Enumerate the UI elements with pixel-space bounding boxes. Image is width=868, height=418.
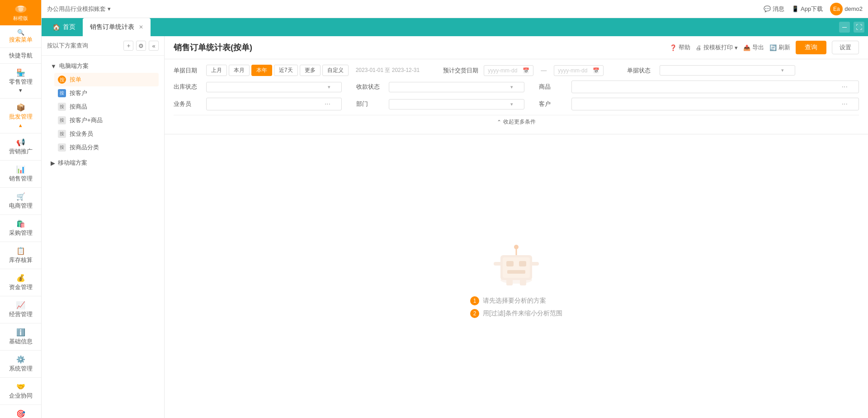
tree-item-by-salesperson[interactable]: 按 按业务员 xyxy=(54,127,159,141)
user-name: demo2 xyxy=(844,5,863,12)
user-info[interactable]: Ea demo2 xyxy=(830,3,863,15)
tab-home-label: 首页 xyxy=(63,23,75,31)
sidebar-item-inventory[interactable]: 📋 库存核算 xyxy=(0,242,41,269)
date-more-btn[interactable]: 更多 xyxy=(300,65,321,76)
customer-label: 客户 xyxy=(539,100,566,108)
salesperson-select[interactable]: ··· xyxy=(206,98,342,110)
customer-more-btn[interactable]: ··· xyxy=(842,100,848,108)
tree-mobile-section[interactable]: ▶ 移动端方案 xyxy=(47,156,159,170)
tree-item-by-category[interactable]: 按 按商品分类 xyxy=(54,141,159,154)
marketing-label: 营销推广 xyxy=(9,147,33,156)
search-icon: 🔍 xyxy=(2,29,39,36)
collapse-panel-btn[interactable]: « xyxy=(149,41,159,51)
marketing-icon: 📢 xyxy=(16,138,25,147)
left-panel-header: 按以下方案查询 ＋ ⚙ « xyxy=(42,36,164,56)
left-panel-title: 按以下方案查询 xyxy=(47,42,120,50)
by-customer-product-icon: 按 xyxy=(58,116,66,124)
expected-date-end-placeholder: yyyy-mm-dd xyxy=(558,67,587,74)
sidebar-item-enterprise[interactable]: 🤝 企业协同 xyxy=(0,378,41,405)
settings-scheme-btn[interactable]: ⚙ xyxy=(136,41,146,51)
sidebar-item-finance[interactable]: 💰 资金管理 xyxy=(0,269,41,296)
expected-date-label: 预计交货日期 xyxy=(443,66,478,75)
expected-date-end[interactable]: yyyy-mm-dd 📅 xyxy=(554,65,604,76)
operation-icon: 📈 xyxy=(16,301,25,309)
sidebar-item-purchase[interactable]: 🛍️ 采购管理 xyxy=(0,215,41,242)
sidebar: 标橙版 🔍 搜索菜单 快捷导航 🏪 零售管理 ▾ 📦 批发管理 ▴ 📢 营销推广… xyxy=(0,0,42,418)
sidebar-item-retail[interactable]: 🏪 零售管理 ▾ xyxy=(0,64,41,99)
add-scheme-btn[interactable]: ＋ xyxy=(123,41,133,51)
settings-btn[interactable]: 设置 xyxy=(832,41,859,54)
sidebar-item-wholesale[interactable]: 📦 批发管理 ▴ xyxy=(0,99,41,133)
avatar: Ea xyxy=(830,3,843,15)
finance-icon: 💰 xyxy=(16,274,25,282)
tab-home[interactable]: 🏠 首页 xyxy=(45,18,83,36)
sidebar-item-newbie[interactable]: 🎯 新手引导 xyxy=(0,405,41,418)
department-select[interactable]: ▾ xyxy=(389,99,524,109)
enterprise-icon: 🤝 xyxy=(16,382,25,391)
right-main: 销售订单统计表(按单) ❓ 帮助 🖨 按模板打印 ▾ 📤 导出 xyxy=(165,36,868,418)
date-custom-btn[interactable]: 自定义 xyxy=(322,65,349,76)
svg-rect-5 xyxy=(506,261,514,266)
ship-select-arrow: ▾ xyxy=(328,84,330,90)
sidebar-item-operation[interactable]: 📈 经营管理 xyxy=(0,296,41,323)
collapse-filter-btn[interactable]: ⌃ 收起更多条件 xyxy=(174,115,859,128)
tab-sales-stat[interactable]: 销售订单统计表 ✕ xyxy=(83,18,151,36)
sidebar-item-basic[interactable]: ℹ️ 基础信息 xyxy=(0,323,41,351)
sidebar-item-search[interactable]: 🔍 搜索菜单 xyxy=(0,25,41,48)
inventory-icon: 📋 xyxy=(16,247,25,255)
system-label: 系统管理 xyxy=(9,365,33,373)
expected-date-start[interactable]: yyyy-mm-dd 📅 xyxy=(484,65,533,76)
salesperson-label: 业务员 xyxy=(174,100,201,108)
salesperson-more-btn[interactable]: ··· xyxy=(325,100,330,108)
maximize-btn[interactable]: ⛶ xyxy=(854,22,864,33)
page-header-actions: ❓ 帮助 🖨 按模板打印 ▾ 📤 导出 🔄 刷新 xyxy=(670,41,859,54)
pc-section-label: 电脑端方案 xyxy=(59,62,89,70)
sidebar-item-ecommerce[interactable]: 🛒 电商管理 xyxy=(0,188,41,215)
tree-item-by-customer-product[interactable]: 按 按客户+商品 xyxy=(54,114,159,127)
tree-item-by-customer[interactable]: 按 按客户 xyxy=(54,86,159,100)
help-btn[interactable]: ❓ 帮助 xyxy=(670,43,690,52)
status-select[interactable]: ▾ xyxy=(660,65,795,76)
inventory-label: 库存核算 xyxy=(9,256,33,264)
svg-point-1 xyxy=(18,6,23,11)
left-panel-icons: ＋ ⚙ « xyxy=(123,41,159,51)
tree-item-by-product[interactable]: 按 按商品 xyxy=(54,100,159,114)
svg-rect-4 xyxy=(503,257,530,278)
tabbar: 🏠 首页 销售订单统计表 ✕ ─ ⛶ xyxy=(42,18,868,36)
date-last-month-btn[interactable]: 上月 xyxy=(206,65,227,76)
product-select[interactable]: ··· xyxy=(571,81,859,93)
pay-status-label: 收款状态 xyxy=(356,83,383,91)
refresh-btn[interactable]: 🔄 刷新 xyxy=(769,43,790,52)
help-icon: ❓ xyxy=(670,44,677,51)
tree-item-by-order[interactable]: 按 按单 xyxy=(54,73,159,86)
ship-status-select[interactable]: ▾ xyxy=(206,82,342,92)
date-this-month-btn[interactable]: 本月 xyxy=(229,65,250,76)
customer-select[interactable]: ··· xyxy=(571,98,859,110)
date-this-year-btn[interactable]: 本年 xyxy=(251,65,272,76)
company-dropdown-icon: ▾ xyxy=(108,5,111,12)
empty-tip-2: 2 用[过滤]条件来缩小分析范围 xyxy=(470,309,562,318)
sidebar-item-quick[interactable]: 快捷导航 xyxy=(0,48,41,64)
sidebar-item-sales[interactable]: 📊 销售管理 xyxy=(0,161,41,188)
search-btn[interactable]: 查询 xyxy=(796,41,826,54)
tree-pc-section[interactable]: ▼ 电脑端方案 xyxy=(47,59,159,73)
pay-status-select[interactable]: ▾ xyxy=(389,82,524,92)
tab-close-icon[interactable]: ✕ xyxy=(139,24,143,30)
export-btn[interactable]: 📤 导出 xyxy=(743,43,764,52)
print-btn[interactable]: 🖨 按模板打印 ▾ xyxy=(696,43,738,52)
date-7days-btn[interactable]: 近7天 xyxy=(274,65,298,76)
product-more-btn[interactable]: ··· xyxy=(842,83,848,91)
by-category-icon: 按 xyxy=(58,143,66,152)
department-label: 部门 xyxy=(356,100,383,108)
sidebar-item-system[interactable]: ⚙️ 系统管理 xyxy=(0,351,41,378)
by-product-label: 按商品 xyxy=(70,103,87,111)
message-btn[interactable]: 💬 消息 xyxy=(764,5,784,13)
minimize-btn[interactable]: ─ xyxy=(839,22,850,33)
wholesale-arrow: ▴ xyxy=(19,122,22,128)
company-selector[interactable]: 办公用品行业模拟账套 ▾ xyxy=(47,5,111,13)
app-download-btn[interactable]: 📱 App下载 xyxy=(792,5,823,13)
sidebar-item-marketing[interactable]: 📢 营销推广 xyxy=(0,133,41,161)
svg-rect-12 xyxy=(506,279,513,285)
app-icon: 📱 xyxy=(792,5,799,12)
dept-select-arrow: ▾ xyxy=(510,101,513,107)
